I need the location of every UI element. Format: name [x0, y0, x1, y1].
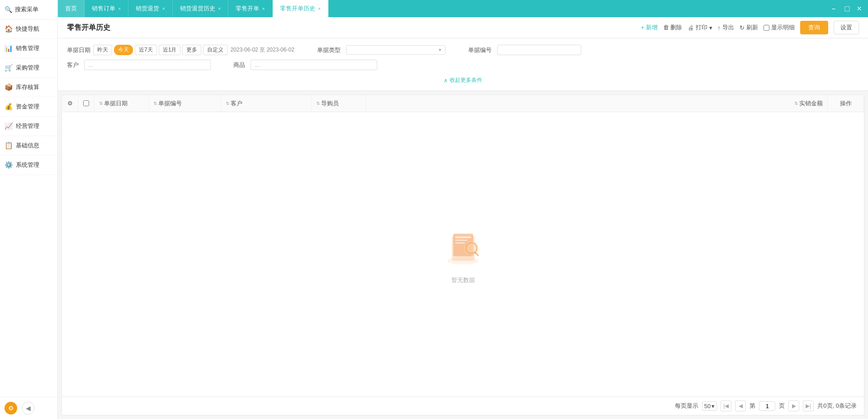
first-page-btn[interactable]: |◀: [721, 400, 731, 411]
th-date[interactable]: ⇅ 单据日期: [95, 95, 149, 112]
select-all-checkbox[interactable]: [83, 100, 89, 106]
inventory-icon: 📦: [5, 83, 13, 91]
order-type-filter: 单据类型 ▾: [317, 45, 446, 55]
th-no[interactable]: ⇅ 单据编号: [149, 95, 221, 112]
tab-retail-open[interactable]: 零售开单 ×: [228, 0, 272, 17]
per-page-value: 50: [704, 403, 711, 410]
print-button[interactable]: 🖨 打印 ▾: [688, 24, 712, 32]
sidebar-item-inventory[interactable]: 📦 库存核算: [0, 78, 57, 97]
maximize-button[interactable]: □: [843, 4, 852, 14]
date-last7-btn[interactable]: 近7天: [135, 45, 157, 55]
table-header: ⚙ ⇅ 单据日期 ⇅ 单据编号 ⇅ 客户 ⇅: [62, 95, 864, 112]
sidebar-item-finance[interactable]: 💰 资金管理: [0, 97, 57, 117]
page-input[interactable]: 1: [759, 401, 775, 411]
page-label: 第: [749, 402, 755, 410]
tab-retail-open-history[interactable]: 零售开单历史 ×: [273, 0, 328, 17]
sidebar-item-sys-mgmt[interactable]: ⚙️ 系统管理: [0, 155, 57, 175]
collapse-more-text: 收起更多条件: [450, 76, 482, 84]
date-today-btn[interactable]: 今天: [114, 45, 133, 55]
gear-icon: ⚙: [8, 405, 14, 412]
delete-button[interactable]: 🗑 删除: [663, 24, 683, 32]
svg-rect-4: [455, 240, 468, 241]
customer-input[interactable]: ...: [84, 60, 211, 70]
close-button[interactable]: ×: [855, 4, 863, 14]
sidebar-item-basic-info[interactable]: 📋 基础信息: [0, 136, 57, 155]
sidebar-item-label: 基础信息: [16, 141, 39, 150]
minimize-button[interactable]: －: [828, 3, 840, 14]
tab-sales-return[interactable]: 销货退货 ×: [128, 0, 172, 17]
tab-retail-open-history-close-icon[interactable]: ×: [318, 6, 321, 11]
export-label: 导出: [722, 24, 734, 32]
customer-placeholder: ...: [88, 61, 93, 68]
export-button[interactable]: ↑ 导出: [718, 24, 735, 32]
sidebar-search[interactable]: 🔍 搜索采单: [0, 0, 57, 19]
operations-icon: 📈: [5, 122, 13, 130]
toolbar: + 新增 🗑 删除 🖨 打印 ▾ ↑ 导出 ↻ 刷新 显示明细: [641, 21, 859, 34]
show-detail-input[interactable]: [764, 25, 769, 31]
sidebar-item-label: 资金管理: [16, 103, 39, 111]
product-input[interactable]: ...: [251, 60, 377, 70]
export-icon: ↑: [718, 24, 721, 31]
sort-customer-icon: ⇅: [226, 101, 229, 106]
last-page-btn[interactable]: ▶|: [803, 400, 814, 411]
pagination: 每页显示 50 ▾ |◀ ◀ 第 1 页 ▶ ▶| 共0页, 0条记录: [62, 396, 864, 415]
prev-page-btn[interactable]: ◀: [735, 400, 746, 411]
per-page-select[interactable]: 50 ▾: [702, 401, 717, 411]
print-icon: 🖨: [688, 24, 694, 31]
tab-sales-order-close-icon[interactable]: ×: [118, 6, 121, 11]
tab-sales-return-close-icon[interactable]: ×: [162, 6, 165, 11]
page-header: 零售开单历史 + 新增 🗑 删除 🖨 打印 ▾ ↑ 导出 ↻ 刷新: [58, 17, 868, 38]
order-type-select[interactable]: ▾: [346, 45, 446, 55]
sort-guide-icon: ⇅: [316, 101, 320, 106]
query-button[interactable]: 查询: [800, 21, 828, 34]
tab-sales-return-history[interactable]: 销货退货历史 ×: [173, 0, 228, 17]
date-last1m-btn[interactable]: 近1月: [159, 45, 181, 55]
settings-gear-button[interactable]: ⚙: [5, 402, 17, 414]
sidebar-item-quick-nav[interactable]: 🏠 快捷导航: [0, 19, 57, 39]
set-button[interactable]: 设置: [834, 21, 859, 34]
th-checkbox[interactable]: [78, 95, 95, 112]
tabs-window-controls: － □ ×: [828, 3, 868, 14]
sidebar-item-operations[interactable]: 📈 经营管理: [0, 117, 57, 136]
date-custom-btn[interactable]: 自定义: [203, 45, 228, 55]
date-yesterday-btn[interactable]: 昨天: [93, 45, 112, 55]
th-customer-label: 客户: [231, 99, 242, 108]
refresh-label: 刷新: [746, 24, 758, 32]
tab-retail-open-close-icon[interactable]: ×: [262, 6, 265, 11]
collapse-up-icon: ∧: [444, 77, 448, 84]
tab-home[interactable]: 首页: [58, 0, 85, 17]
date-filter: 单据日期 昨天 今天 近7天 近1月 更多 自定义 2023-06-02 至 2…: [67, 45, 294, 55]
tab-sales-return-history-close-icon[interactable]: ×: [218, 6, 221, 11]
product-filter: 商品 ...: [233, 60, 377, 70]
page-unit: 页: [779, 402, 785, 410]
empty-illustration: [441, 225, 486, 270]
next-page-btn[interactable]: ▶: [788, 400, 799, 411]
sidebar-item-sales-mgmt[interactable]: 📊 销售管理: [0, 39, 57, 58]
tabs-bar: 首页 销售订单 × 销货退货 × 销货退货历史 × 零售开单 × 零售开单历史 …: [58, 0, 868, 17]
sidebar-search-label: 搜索采单: [15, 5, 38, 14]
main-content: 首页 销售订单 × 销货退货 × 销货退货历史 × 零售开单 × 零售开单历史 …: [58, 0, 868, 419]
page-content-area: 零售开单历史 + 新增 🗑 删除 🖨 打印 ▾ ↑ 导出 ↻ 刷新: [58, 17, 868, 419]
th-date-label: 单据日期: [104, 99, 128, 108]
sidebar-item-purchase-mgmt[interactable]: 🛒 采购管理: [0, 58, 57, 78]
svg-rect-3: [455, 236, 471, 238]
sort-no-icon: ⇅: [153, 101, 157, 106]
th-guide[interactable]: ⇅ 导购员: [312, 95, 366, 112]
sidebar-item-label: 库存核算: [16, 83, 39, 91]
tab-sales-return-history-label: 销货退货历史: [180, 5, 215, 13]
tab-sales-order[interactable]: 销售订单 ×: [85, 0, 128, 17]
product-placeholder: ...: [255, 61, 260, 68]
filter-row-1: 单据日期 昨天 今天 近7天 近1月 更多 自定义 2023-06-02 至 2…: [67, 45, 859, 55]
add-button[interactable]: + 新增: [641, 24, 658, 32]
th-settings[interactable]: ⚙: [62, 95, 78, 112]
order-no-label: 单据编号: [468, 46, 492, 54]
refresh-button[interactable]: ↻ 刷新: [740, 24, 758, 32]
show-detail-checkbox[interactable]: 显示明细: [764, 24, 795, 32]
order-no-input[interactable]: [497, 45, 581, 55]
th-customer[interactable]: ⇅ 客户: [221, 95, 312, 112]
th-amount[interactable]: ⇅ 实销金额: [366, 95, 828, 112]
sidebar-collapse-button[interactable]: ◀: [22, 402, 34, 414]
empty-state: 暂无数据: [62, 112, 864, 396]
collapse-more-btn[interactable]: ∧ 收起更多条件: [67, 75, 859, 87]
date-more-btn[interactable]: 更多: [182, 45, 201, 55]
